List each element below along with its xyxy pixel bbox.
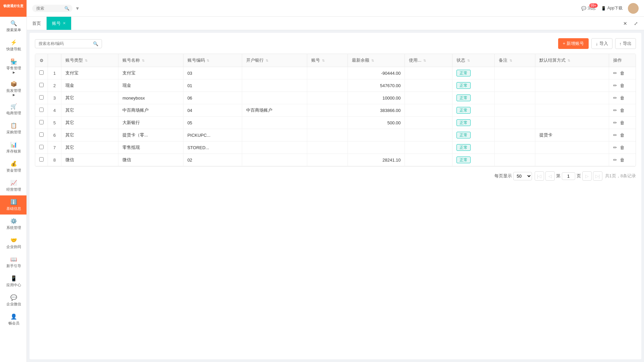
row-select-checkbox[interactable]: [39, 95, 44, 100]
sidebar-item-search-menu[interactable]: 🔍 搜索菜单: [0, 17, 26, 36]
row-checkbox[interactable]: [35, 129, 48, 141]
topbar-dropdown-icon[interactable]: ▼: [75, 6, 80, 11]
tab-expand-button[interactable]: ⤢: [632, 19, 640, 27]
page-number-input[interactable]: [562, 172, 575, 180]
table-settings-col[interactable]: ⚙: [35, 54, 48, 67]
table-search-icon[interactable]: 🔍: [93, 41, 98, 46]
table-row: 4 其它 中百商场账户 04 中百商场账户 383866.00 正常 ✏ 🗑: [35, 104, 636, 117]
row-select-checkbox[interactable]: [39, 83, 44, 87]
table-name-col[interactable]: 账号名称 ⇅: [118, 54, 183, 67]
import-button[interactable]: ↓ 导入: [591, 38, 612, 49]
row-actions: ✏ 🗑: [609, 104, 636, 117]
table-notes-col[interactable]: 备注 ⇅: [495, 54, 535, 67]
message-icon: 💬: [581, 6, 586, 11]
table-bank-col[interactable]: 开户银行 ⇅: [242, 54, 307, 67]
sidebar-item-enterprise-wechat[interactable]: 💬 企业微信: [0, 291, 26, 310]
table-code-col[interactable]: 账号编码 ⇅: [183, 54, 242, 67]
sidebar-item-finance-mgmt[interactable]: 💰 资金管理: [0, 157, 26, 176]
row-checkbox[interactable]: [35, 79, 48, 92]
row-balance: 500.00: [348, 117, 405, 129]
row-select-checkbox[interactable]: [39, 157, 44, 162]
edit-button[interactable]: ✏: [613, 157, 617, 163]
row-checkbox[interactable]: [35, 67, 48, 79]
sidebar-item-operations-mgmt[interactable]: 📈 经营管理: [0, 176, 26, 195]
row-checkbox[interactable]: [35, 104, 48, 117]
first-page-button[interactable]: |◁: [535, 171, 544, 181]
page-size-select[interactable]: 50 20 100: [513, 172, 532, 180]
edit-button[interactable]: ✏: [613, 145, 617, 150]
sidebar-icon-system-mgmt: ⚙️: [10, 218, 17, 224]
delete-button[interactable]: 🗑: [620, 157, 625, 163]
table-account-col[interactable]: 账号 ⇅: [307, 54, 347, 67]
sidebar-item-enterprise-agreement[interactable]: 🤝 企业协同: [0, 234, 26, 253]
row-default-settle: [535, 154, 609, 166]
row-checkbox[interactable]: [35, 117, 48, 129]
edit-button[interactable]: ✏: [613, 108, 617, 113]
sidebar-label-app-center: 应用中心: [6, 283, 21, 288]
status-badge: 正常: [457, 119, 471, 126]
edit-button[interactable]: ✏: [613, 120, 617, 125]
app-download-button[interactable]: 📱 App下载: [601, 5, 623, 11]
delete-button[interactable]: 🗑: [620, 83, 625, 88]
export-button[interactable]: ↑ 导出: [615, 38, 636, 49]
sidebar-item-app-center[interactable]: 📱 应用中心: [0, 272, 26, 291]
table-type-col[interactable]: 账号类型 ⇅: [61, 54, 118, 67]
row-type: 其它: [61, 129, 118, 141]
table-search-input[interactable]: [39, 41, 91, 46]
topbar-right: 💬 消息 99+ 📱 App下载: [581, 3, 639, 14]
message-button[interactable]: 💬 消息 99+: [581, 5, 596, 11]
sidebar-item-member[interactable]: 👤 畅会员: [0, 310, 26, 329]
sidebar-label-ecommerce-mgmt: 电商管理: [6, 111, 21, 116]
tabs-container: 首页 账号 ✕: [27, 17, 71, 30]
row-index: 8: [48, 154, 61, 166]
table-search-box: 🔍: [35, 39, 102, 48]
add-account-button[interactable]: + 新增账号: [558, 38, 589, 49]
row-select-checkbox[interactable]: [39, 108, 44, 112]
edit-button[interactable]: ✏: [613, 132, 617, 138]
sidebar-item-inventory[interactable]: 📊 库存核算: [0, 138, 26, 157]
row-checkbox[interactable]: [35, 141, 48, 154]
page-content: 🔍 + 新增账号 ↓ 导入 ↑ 导出 ⚙: [30, 33, 641, 359]
table-status-col[interactable]: 状态 ⇅: [452, 54, 495, 67]
table-default-settle-col[interactable]: 默认结算方式 ⇅: [535, 54, 609, 67]
tab-home[interactable]: 首页: [27, 17, 47, 30]
row-name: 提货卡（零...: [118, 129, 183, 141]
sidebar-item-system-mgmt[interactable]: ⚙️ 系统管理: [0, 215, 26, 234]
delete-button[interactable]: 🗑: [620, 95, 625, 101]
delete-button[interactable]: 🗑: [620, 145, 625, 150]
sidebar-item-retail-mgmt[interactable]: 🏪 零售管理 ▶: [0, 55, 26, 77]
topbar-search-input[interactable]: [36, 6, 63, 11]
sidebar-item-purchase-mgmt[interactable]: 📋 采购管理: [0, 119, 26, 138]
delete-button[interactable]: 🗑: [620, 132, 625, 138]
table-usage-col[interactable]: 使用... ⇅: [405, 54, 452, 67]
row-index: 7: [48, 141, 61, 154]
tab-close-button[interactable]: ✕: [621, 19, 629, 27]
row-checkbox[interactable]: [35, 154, 48, 166]
user-avatar[interactable]: [628, 3, 639, 14]
prev-page-button[interactable]: ◁: [545, 171, 555, 181]
delete-button[interactable]: 🗑: [620, 108, 625, 113]
sidebar-label-enterprise-wechat: 企业微信: [6, 302, 21, 307]
tab-account[interactable]: 账号 ✕: [47, 17, 71, 30]
tab-close-account[interactable]: ✕: [63, 21, 66, 25]
row-bank: [242, 141, 307, 154]
delete-button[interactable]: 🗑: [620, 120, 625, 125]
table-balance-col[interactable]: 最新余额 ⇅: [348, 54, 405, 67]
delete-button[interactable]: 🗑: [620, 70, 625, 76]
row-checkbox[interactable]: [35, 92, 48, 104]
last-page-button[interactable]: ▷|: [593, 171, 602, 181]
next-page-button[interactable]: ▷: [582, 171, 592, 181]
row-select-checkbox[interactable]: [39, 132, 44, 137]
row-select-checkbox[interactable]: [39, 145, 44, 149]
sidebar-item-basic-info[interactable]: ℹ️ 基础信息: [0, 195, 26, 215]
sidebar-item-quick-nav[interactable]: ⚡ 快捷导航: [0, 36, 26, 55]
row-code: 05: [183, 117, 242, 129]
edit-button[interactable]: ✏: [613, 95, 617, 101]
row-select-checkbox[interactable]: [39, 70, 44, 75]
edit-button[interactable]: ✏: [613, 83, 617, 88]
row-select-checkbox[interactable]: [39, 120, 44, 124]
sidebar-item-beginner-guide[interactable]: 📖 新手引导: [0, 253, 26, 272]
sidebar-item-wholesale-mgmt[interactable]: 📦 批发管理 ▶: [0, 77, 26, 100]
sidebar-item-ecommerce-mgmt[interactable]: 🛒 电商管理: [0, 100, 26, 119]
edit-button[interactable]: ✏: [613, 70, 617, 76]
